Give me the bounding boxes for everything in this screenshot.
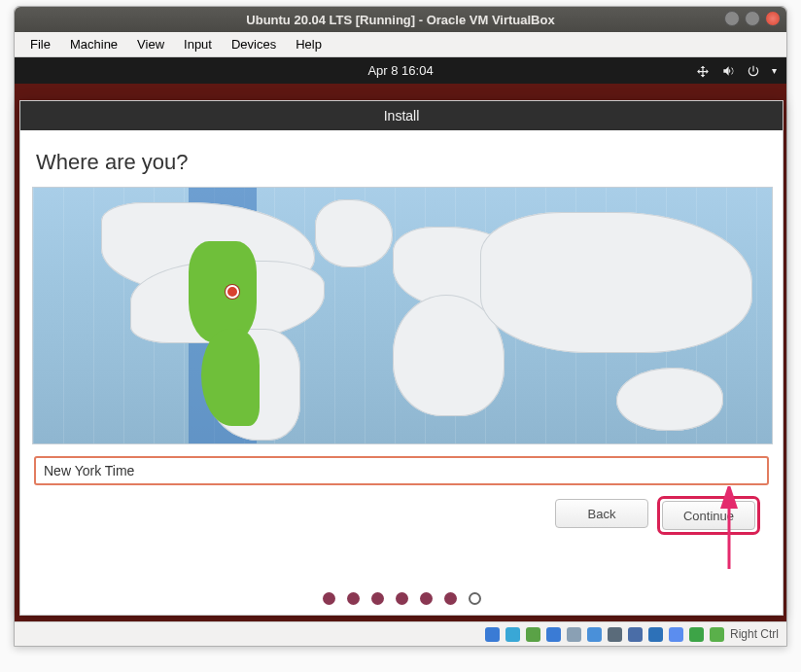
page-heading: Where are you? [36,150,771,175]
vbox-network-icon[interactable] [546,627,561,642]
timezone-input[interactable] [34,456,769,485]
menu-input[interactable]: Input [174,33,222,55]
progress-dot-7 [469,592,481,605]
vbox-usb-icon[interactable] [567,627,581,642]
progress-indicator [20,592,783,605]
button-row: Back Continue [32,485,771,532]
menu-devices[interactable]: Devices [222,33,286,55]
continent-asia [480,212,752,353]
progress-dot-5 [420,592,433,605]
installer-window: Install Where are you? [19,100,784,616]
menu-view[interactable]: View [127,33,174,55]
progress-dot-6 [444,592,457,605]
minimize-button[interactable] [724,11,740,26]
network-icon[interactable] [696,64,710,78]
vbox-audio-icon[interactable] [526,627,540,642]
tz-overlay-sa [201,329,260,426]
power-icon[interactable] [747,64,760,78]
installer-title: Install [384,108,420,124]
guest-display: Apr 8 16:04 ▾ Install Where are you? [15,57,786,621]
progress-dot-2 [347,592,360,605]
chevron-down-icon[interactable]: ▾ [772,65,777,76]
installer-titlebar[interactable]: Install [20,101,783,130]
back-button[interactable]: Back [555,499,648,528]
vbox-cpu-icon[interactable] [648,627,663,642]
menubar: File Machine View Input Devices Help [15,32,786,57]
progress-dot-3 [371,592,384,605]
vbox-display-icon[interactable] [608,627,622,642]
menu-file[interactable]: File [20,33,60,55]
gnome-clock[interactable]: Apr 8 16:04 [367,63,433,78]
vbox-mouse-icon[interactable] [669,627,683,642]
continue-button[interactable]: Continue [662,501,755,530]
virtualbox-window: Ubuntu 20.04 LTS [Running] - Oracle VM V… [14,6,787,647]
vbox-feature-icon[interactable] [710,627,724,642]
gnome-system-tray[interactable]: ▾ [696,57,777,84]
vbox-hdd-icon[interactable] [485,627,500,642]
menu-help[interactable]: Help [286,33,331,55]
vbox-keyboard-icon[interactable] [689,627,704,642]
gnome-top-bar[interactable]: Apr 8 16:04 ▾ [15,57,786,84]
continent-greenland [315,199,393,267]
tz-overlay-na [189,241,257,343]
host-key-label: Right Ctrl [730,627,779,641]
window-controls [724,11,781,26]
window-title: Ubuntu 20.04 LTS [Running] - Oracle VM V… [246,13,554,27]
virtualbox-statusbar: Right Ctrl [15,621,786,646]
progress-dot-1 [323,592,335,605]
continent-australia [616,368,723,431]
vbox-optical-icon[interactable] [505,627,520,642]
continue-highlight: Continue [660,499,757,532]
vbox-recording-icon[interactable] [628,627,643,642]
window-titlebar[interactable]: Ubuntu 20.04 LTS [Running] - Oracle VM V… [15,7,786,32]
menu-machine[interactable]: Machine [60,33,127,55]
close-button[interactable] [765,11,781,26]
installer-content: Where are you? [20,130,783,542]
volume-icon[interactable] [721,64,735,78]
timezone-map[interactable] [32,187,773,444]
vbox-shared-folders-icon[interactable] [587,627,602,642]
maximize-button[interactable] [745,11,760,26]
progress-dot-4 [396,592,408,605]
location-marker-icon [226,285,239,299]
